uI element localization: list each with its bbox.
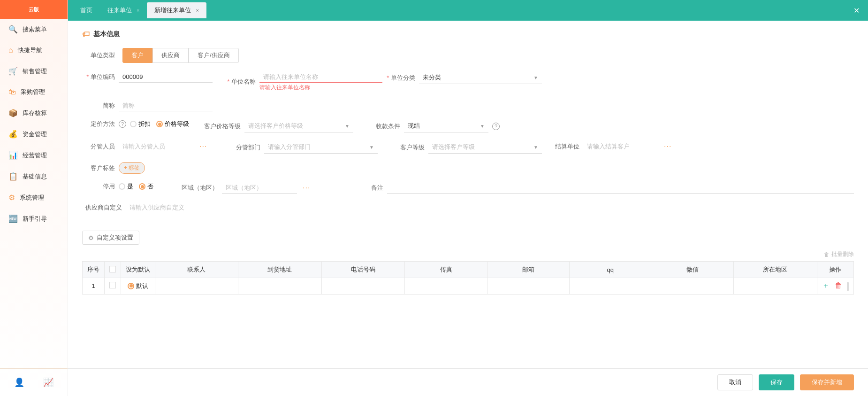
settlement-unit-label: 结算单位 [551,142,579,151]
unit-name-error: 请输入往来单位名称 [259,84,382,92]
remark-label: 备注 [350,184,383,192]
type-btn-both[interactable]: 客户/供应商 [189,48,239,63]
row-checkbox[interactable] [109,282,116,288]
pricing-help-icon[interactable]: ? [119,120,126,128]
sidebar-item-quick[interactable]: ⌂ 快捷导航 [0,40,68,61]
department-field: 分管部门 请输入分管部门 ▼ [228,141,378,154]
contact-input[interactable] [160,282,233,289]
phone-input[interactable] [327,282,400,289]
chart-icon[interactable]: 📈 [43,377,53,388]
add-tag-button[interactable]: + 标签 [119,162,145,174]
tab-home[interactable]: 首页 [73,2,100,18]
close-partners-tab[interactable]: × [137,8,139,13]
row-checkbox-cell[interactable] [105,278,121,295]
section-icon: 🏷 [82,30,90,39]
purchase-icon: 🛍 [8,88,16,96]
row-phone[interactable] [321,278,405,295]
add-row-btn[interactable]: ＋ [822,281,830,289]
search-icon: 🔍 [8,25,18,34]
gear-icon: ⚙ [88,234,94,241]
row-email[interactable] [487,278,569,295]
row-qq[interactable] [570,278,651,295]
row-wechat[interactable] [651,278,733,295]
col-delivery: 到货地址 [238,262,321,278]
remark-input[interactable] [387,182,854,194]
sidebar-item-system[interactable]: ⚙ 系统管理 [0,187,68,208]
manager-input[interactable] [119,141,194,152]
sidebar-item-operations[interactable]: 📊 经营管理 [0,145,68,166]
abbreviation-input[interactable] [119,100,213,111]
sidebar-item-purchase[interactable]: 🛍 采购管理 [0,82,68,102]
customer-tag-row: 客户标签 + 标签 [82,162,854,174]
customer-level-select[interactable]: 请选择客户等级 ▼ [428,141,542,154]
location-input[interactable] [739,282,812,289]
radio-yes[interactable]: 是 [119,182,133,191]
payment-terms-help-icon[interactable]: ? [492,123,500,130]
delete-icon: 🗑 [824,251,830,258]
delete-row-btn[interactable]: 🗑 [835,281,842,289]
radio-no[interactable]: 否 [139,182,153,191]
wechat-input[interactable] [656,282,728,289]
payment-terms-select[interactable]: 现结 ▼ [404,120,488,132]
region-field: 区域（地区） ··· [182,182,322,194]
sales-icon: 🛒 [8,67,18,76]
col-contact: 联系人 [155,262,238,278]
radio-discount[interactable]: 折扣 [130,120,151,128]
unit-name-input[interactable] [259,71,382,83]
settlement-unit-more-btn[interactable]: ··· [662,142,673,151]
region-input[interactable] [222,182,297,194]
type-btn-supplier[interactable]: 供应商 [152,48,189,63]
user-icon[interactable]: 👤 [14,377,24,388]
unit-name-field: 单位名称 请输入往来单位名称 [223,71,382,92]
select-all-checkbox[interactable] [109,266,116,272]
row-fax[interactable] [405,278,487,295]
price-level-dropdown-icon: ▼ [345,124,350,129]
type-btn-customer[interactable]: 客户 [122,48,152,63]
region-more-btn[interactable]: ··· [301,184,312,192]
email-input[interactable] [492,282,564,289]
sidebar-item-guide[interactable]: 🆕 新手引导 [0,208,68,229]
row-default-radio[interactable]: 默认 [126,282,150,290]
row-location[interactable] [733,278,817,295]
cancel-button[interactable]: 取消 [717,374,753,390]
department-select[interactable]: 请输入分管部门 ▼ [264,141,378,154]
custom-settings-button[interactable]: ⚙ 自定义项设置 [82,231,139,245]
radio-price-level[interactable]: 价格等级 [156,120,189,128]
row-contact[interactable] [155,278,238,295]
save-and-new-button[interactable]: 保存并新增 [800,374,854,390]
system-icon: ⚙ [8,193,15,202]
close-new-partner-tab[interactable]: × [196,8,198,13]
tab-partners[interactable]: 往来单位 × [100,2,147,18]
close-all-tabs[interactable]: ✕ [850,4,863,17]
col-default: 设为默认 [121,262,155,278]
abbreviation-row: 简称 [82,100,854,111]
contacts-table: 序号 设为默认 联系人 到货地址 电话号码 传真 邮箱 qq 微信 所在地区 操… [82,261,854,295]
unit-name-label: 单位名称 [223,78,256,86]
supplier-custom-input[interactable] [126,202,220,213]
main-area: 首页 往来单位 × 新增往来单位 × ✕ 🏷 基本信息 单位类型 客户 供应商 … [68,0,868,396]
sidebar-item-sales[interactable]: 🛒 销售管理 [0,61,68,82]
tab-new-partner[interactable]: 新增往来单位 × [147,2,206,18]
payment-terms-dropdown-icon: ▼ [480,124,485,129]
unit-type-group: 客户 供应商 客户/供应商 [122,48,239,63]
customer-price-level-select[interactable]: 请选择客户价格等级 ▼ [244,120,353,132]
manager-more-btn[interactable]: ··· [198,142,209,151]
funds-icon: 💰 [8,130,18,139]
radio-no-circle [139,183,145,190]
fax-input[interactable] [410,282,482,289]
sidebar-item-inventory[interactable]: 📦 库存核算 [0,102,68,124]
delivery-input[interactable] [243,282,317,289]
unit-code-input[interactable] [119,71,213,83]
qq-input[interactable] [574,282,646,289]
row-delivery[interactable] [238,278,321,295]
settlement-unit-input[interactable] [583,141,658,152]
sidebar-item-search[interactable]: 🔍 搜索菜单 [0,19,68,40]
sidebar-item-funds[interactable]: 💰 资金管理 [0,124,68,145]
batch-delete-area: 🗑 批量删除 [82,250,854,258]
sidebar-item-basic[interactable]: 📋 基础信息 [0,166,68,187]
save-button[interactable]: 保存 [759,374,794,390]
col-checkbox[interactable] [105,262,121,278]
unit-category-select[interactable]: 未分类 ▼ [419,71,542,84]
supplier-custom-label: 供应商自定义 [82,203,122,212]
batch-delete-label[interactable]: 批量删除 [831,250,854,258]
